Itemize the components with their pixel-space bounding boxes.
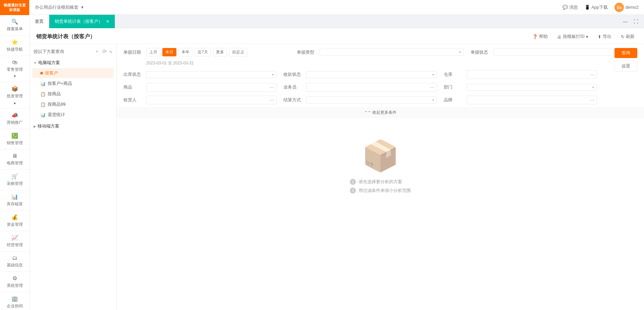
- sidebar-item-operation[interactable]: 📈 经营管理: [0, 231, 30, 252]
- step-2-text: 用过滤条件来缩小分析范围: [359, 188, 411, 194]
- sidebar-item-ecommerce[interactable]: 🖥 电商管理: [0, 150, 30, 170]
- two-panel: 按以下方案查询 ＋ ⟳ « ▼ 电脑端方案: [30, 44, 644, 310]
- department-select[interactable]: ▾: [467, 84, 597, 91]
- sidebar-item-marketing[interactable]: 📣 营销推广: [0, 109, 30, 129]
- sidebar-item-enterprise[interactable]: 🏢 企业协同: [0, 292, 30, 310]
- mobile-expand-icon: ▶: [34, 124, 36, 128]
- date-7days-btn[interactable]: 近7天: [195, 48, 211, 56]
- date-last-month-btn[interactable]: 上月: [146, 48, 160, 56]
- order-type-arrow: ▾: [459, 50, 461, 54]
- date-this-year-btn[interactable]: 本年: [178, 48, 193, 56]
- sidebar-item-label: 快捷导航: [7, 47, 23, 52]
- sidebar-item-label: 电商管理: [7, 160, 23, 166]
- receipt-status-select[interactable]: ▾: [306, 71, 437, 78]
- tree-desktop-section: ▼ 电脑端方案 按客户 📊 按客户+商品 📋: [30, 58, 116, 120]
- sidebar-item-label: 搜索菜单: [7, 26, 23, 32]
- sales-icon: 💹: [11, 133, 18, 139]
- enterprise-icon: 🏢: [11, 296, 18, 302]
- date-custom-btn[interactable]: 自定义: [229, 48, 247, 56]
- sidebar-item-basic[interactable]: 🗂 基础信息: [0, 252, 30, 272]
- desktop-section-header[interactable]: ▼ 电脑端方案: [30, 58, 116, 68]
- sidebar: 畅捷通好生意 标准版 🔍 搜索菜单 ⭐ 快捷导航 🛍 零售管理 ▾ 📦 批发管理…: [0, 0, 30, 310]
- retail-icon: 🛍: [12, 59, 17, 65]
- sidebar-item-label: 批发管理: [7, 93, 23, 99]
- warehouse-select[interactable]: ···: [467, 70, 597, 79]
- sidebar-item-quick-nav[interactable]: ⭐ 快捷导航: [0, 36, 30, 56]
- empty-illustration: 📦: [362, 138, 399, 173]
- sidebar-item-label: 经营管理: [7, 242, 23, 248]
- ecommerce-icon: 🖥: [12, 153, 17, 159]
- salesman-select[interactable]: ···: [306, 83, 437, 92]
- left-panel-title: 按以下方案查询: [34, 49, 64, 55]
- collapse-label: 收起更多条件: [372, 110, 396, 115]
- tab-minimize-btn[interactable]: —: [621, 17, 629, 25]
- sidebar-item-system[interactable]: ⚙ 系统管理: [0, 272, 30, 292]
- table2-icon: 📋: [40, 102, 46, 107]
- date-this-month-btn[interactable]: 本月: [162, 48, 176, 56]
- tree-item-by-customer-goods[interactable]: 📊 按客户+商品: [32, 79, 114, 89]
- sidebar-item-inventory[interactable]: 📊 库存核算: [0, 190, 30, 211]
- brand-select[interactable]: ···: [467, 96, 597, 104]
- user-menu[interactable]: Ea demo2: [614, 3, 639, 12]
- industry-dropdown-icon[interactable]: ▾: [81, 5, 84, 10]
- sidebar-item-retail[interactable]: 🛍 零售管理 ▾: [0, 56, 30, 82]
- warehouse-label: 仓库: [444, 71, 464, 78]
- tree-item-label: 按商品: [48, 91, 61, 97]
- tab-bar: 首页 销货单统计表（按客户） ✕ — ⛶: [30, 15, 644, 28]
- date-range-selector: 上月 本月 本年 近7天 更多 自定义: [146, 48, 290, 56]
- app-download-label: App下载: [591, 4, 608, 10]
- purchase-icon: 🛒: [11, 173, 18, 179]
- print-label: 按模板打印: [563, 34, 585, 40]
- settlement-select[interactable]: ▾: [306, 97, 437, 104]
- print-arrow-icon: ▾: [586, 34, 588, 39]
- add-scheme-btn[interactable]: ＋: [94, 48, 100, 55]
- mobile-section-header[interactable]: ▶ 移动端方案: [30, 121, 116, 131]
- sidebar-item-purchase[interactable]: 🛒 采购管理: [0, 170, 30, 190]
- expand-icon: ▾: [14, 74, 16, 79]
- receiver-select[interactable]: ···: [146, 96, 277, 104]
- tab-maximize-btn[interactable]: ⛶: [632, 17, 640, 25]
- refresh-btn[interactable]: ↻ 刷新: [618, 32, 637, 41]
- collapse-more-conditions[interactable]: ⌃⌃ 收起更多条件: [117, 107, 644, 118]
- receiver-label: 收货人: [123, 97, 144, 103]
- app-download-btn[interactable]: 📱 App下载: [585, 4, 608, 10]
- date-more-btn[interactable]: 更多: [213, 48, 227, 56]
- refresh-scheme-btn[interactable]: ⟳: [102, 48, 107, 55]
- page-header: 销货单统计表（按客户） ❓ 帮助 🖨 按模板打印 ▾ ⬆ 导出: [30, 28, 644, 44]
- sidebar-item-wholesale[interactable]: 📦 批发管理 ▴: [0, 82, 30, 109]
- left-panel-header: 按以下方案查询 ＋ ⟳ «: [30, 47, 116, 58]
- tree-item-by-goods[interactable]: 📋 按商品: [32, 89, 114, 99]
- bar-icon: 📊: [40, 112, 46, 117]
- collapse-panel-btn[interactable]: «: [109, 49, 112, 55]
- tab-home[interactable]: 首页: [30, 15, 49, 28]
- help-btn[interactable]: ❓ 帮助: [530, 32, 550, 41]
- order-type-label: 单据类型: [297, 49, 317, 55]
- sidebar-item-search-menu[interactable]: 🔍 搜索菜单: [0, 15, 30, 36]
- tab-close-btn[interactable]: ✕: [106, 19, 109, 24]
- receipt-status-filter: 收款状态 ▾: [283, 70, 437, 79]
- message-btn[interactable]: 💬 消息: [562, 4, 578, 10]
- print-btn[interactable]: 🖨 按模板打印 ▾: [554, 32, 591, 41]
- brand-filter: 品牌 ···: [444, 96, 597, 104]
- out-status-select[interactable]: ▾: [146, 71, 277, 78]
- department-arrow: ▾: [592, 86, 594, 89]
- tree-item-by-goods-99[interactable]: 📋 按商品99: [32, 99, 114, 109]
- query-button[interactable]: 查询: [614, 48, 637, 58]
- tree-item-return-stats[interactable]: 📊 退货统计: [32, 110, 114, 120]
- quick-nav-icon: ⭐: [11, 39, 18, 45]
- tree-item-by-customer[interactable]: 按客户: [32, 68, 114, 78]
- sidebar-item-label: 系统管理: [7, 283, 23, 289]
- order-status-filter: 单据状态 ▾: [471, 49, 637, 56]
- sidebar-item-sales[interactable]: 💹 销售管理: [0, 129, 30, 150]
- tab-sales-stats[interactable]: 销货单统计表（按客户） ✕: [49, 15, 115, 28]
- out-status-arrow: ▾: [272, 73, 274, 76]
- refresh-icon: ↻: [621, 34, 625, 39]
- order-type-select[interactable]: ▾: [320, 49, 464, 56]
- sidebar-item-finance[interactable]: 💰 资金管理: [0, 211, 30, 231]
- export-btn[interactable]: ⬆ 导出: [595, 32, 614, 41]
- app-icon: 📱: [585, 5, 590, 10]
- goods-select[interactable]: ···: [146, 83, 277, 92]
- department-filter: 部门 ▾: [444, 83, 597, 92]
- collapse-up-icon: ⌃⌃: [364, 110, 371, 115]
- settings-button[interactable]: 设置: [614, 61, 637, 71]
